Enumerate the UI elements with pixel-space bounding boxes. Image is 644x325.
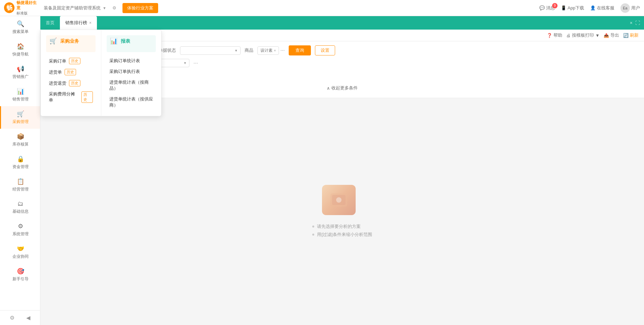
basic-icon: 🗂	[17, 200, 24, 207]
empty-icon	[322, 185, 362, 218]
export-icon: 📤	[604, 33, 609, 38]
avatar: Ea	[620, 3, 630, 13]
sidebar-item-marketing[interactable]: 📢 营销推广	[0, 61, 40, 84]
history-badge-stock-in: 历史	[65, 69, 76, 75]
app-download-btn[interactable]: 📱 App下载	[561, 5, 584, 11]
finance-icon: 🔒	[17, 155, 24, 163]
sidebar-item-system[interactable]: ⚙ 系统管理	[0, 218, 40, 241]
operation-icon: 📋	[17, 178, 24, 185]
sidebar: 🔍 搜索菜单 🏠 快捷导航 📢 营销推广 📊 销售管理 🛒 采购管理 📦 库存核…	[0, 16, 40, 325]
doc-status-select-wrap: ▼	[180, 46, 241, 55]
phone-icon: 📱	[561, 5, 566, 10]
empty-tip-2: 用[过滤]条件来缩小分析范围	[312, 231, 372, 239]
logo-text: 畅捷通好生意 标准版	[16, 0, 40, 15]
svg-rect-3	[336, 205, 341, 207]
sidebar-item-finance[interactable]: 🔒 资金管理	[0, 151, 40, 174]
goods-filter-wrap: 设计素 × ···	[257, 46, 285, 55]
sidebar-item-operation[interactable]: 📋 经营管理	[0, 174, 40, 196]
empty-image	[322, 185, 356, 215]
collapse-arrow-icon: ∧	[327, 86, 330, 91]
sidebar-item-guide[interactable]: 🎯 新手引导	[0, 263, 40, 286]
message-icon: 💬	[539, 5, 545, 10]
purchase-col: 🛒 采购业务 采购订单 历史 进货单 历史 进货退货 历史 采购费用分摊单 历史	[41, 30, 101, 116]
system-icon: ⚙	[18, 222, 23, 230]
menu-item-stock-return[interactable]: 进货退货 历史	[46, 78, 96, 89]
collapse-btn[interactable]: ∧ 收起更多条件	[327, 85, 358, 91]
menu-item-purchase-order-stat[interactable]: 采购订单统计表	[107, 55, 156, 66]
enterprise-icon: 🤝	[17, 245, 24, 252]
purchase-col-title-bg: 🛒 采购业务	[46, 35, 96, 52]
report-col-icon: 📊	[110, 37, 118, 45]
message-btn[interactable]: 💬 消息 9	[539, 5, 555, 11]
tab-sales-rank[interactable]: 销售排行榜 ×	[60, 16, 97, 30]
menu-item-purchase-expense[interactable]: 采购费用分摊单 历史	[46, 89, 96, 106]
purchase-col-title: 🛒 采购业务	[49, 37, 92, 45]
bottom-collapse-btn[interactable]: ◀	[26, 315, 30, 321]
report-col-title: 📊 报表	[110, 37, 153, 45]
tab-close-btn[interactable]: ×	[89, 21, 92, 25]
sidebar-item-purchase[interactable]: 🛒 采购管理	[0, 106, 40, 129]
print-icon: 🖨	[566, 33, 571, 38]
purchase-dropdown-menu: 🛒 采购业务 采购订单 历史 进货单 历史 进货退货 历史 采购费用分摊单 历史…	[40, 30, 162, 116]
goods-label: 商品	[245, 47, 253, 53]
settings-icon[interactable]: ⚙	[110, 3, 119, 13]
refresh-btn[interactable]: 🔄 刷新	[623, 32, 639, 38]
svg-point-2	[336, 197, 342, 203]
chevron-down-icon[interactable]: ▼	[103, 6, 106, 10]
sidebar-item-basic[interactable]: 🗂 基础信息	[0, 196, 40, 218]
goods-tag-close-icon[interactable]: ×	[274, 48, 276, 52]
empty-tip-1: 请先选择要分析的方案	[312, 222, 372, 231]
message-badge: 9	[552, 3, 558, 8]
purchase-icon: 🛒	[17, 110, 24, 118]
sidebar-item-sales[interactable]: 📊 销售管理	[0, 84, 40, 106]
export-btn[interactable]: 📤 导出	[604, 32, 619, 38]
menu-item-purchase-order-exec[interactable]: 采购订单执行表	[107, 66, 156, 77]
inventory-icon: 📦	[17, 133, 24, 140]
report-col: 📊 报表 采购订单统计表 采购订单执行表 进货单统计表（按商品） 进货单统计表（…	[101, 30, 162, 116]
header-right: 💬 消息 9 📱 App下载 👤 在线客服 Ea 用户	[539, 3, 640, 13]
tab-home[interactable]: 首页	[40, 16, 60, 30]
sidebar-item-inventory[interactable]: 📦 库存核算	[0, 129, 40, 151]
help-btn[interactable]: ❓ 帮助	[547, 32, 562, 38]
marketing-icon: 📢	[17, 65, 24, 73]
report-col-title-bg: 📊 报表	[107, 35, 156, 52]
online-service-btn[interactable]: 👤 在线客服	[590, 5, 614, 11]
history-badge-stock-return: 历史	[69, 80, 80, 86]
user-menu[interactable]: Ea 用户	[620, 3, 640, 13]
bottom-settings-btn[interactable]: ⚙	[10, 315, 14, 321]
goods-tag[interactable]: 设计素 ×	[257, 46, 279, 55]
empty-state: 请先选择要分析的方案 用[过滤]条件来缩小分析范围	[40, 98, 644, 325]
menu-item-stock-in-stat-supplier[interactable]: 进货单统计表（按供应商）	[107, 94, 156, 111]
sidebar-item-nav[interactable]: 🏠 快捷导航	[0, 39, 40, 61]
doc-status-input[interactable]	[180, 46, 241, 55]
sidebar-bottom: ⚙ ◀	[0, 310, 40, 325]
empty-svg	[327, 188, 351, 212]
goods-more-btn[interactable]: ···	[280, 47, 285, 53]
sidebar-item-search[interactable]: 🔍 搜索菜单	[0, 16, 40, 39]
print-arrow-icon: ▼	[595, 33, 600, 38]
system-title: 装备及固定资产辅助管理系统 ▼	[44, 5, 106, 11]
history-badge-purchase-order: 历史	[69, 58, 80, 64]
tab-right-controls: × ⛶	[630, 20, 644, 26]
menu-item-purchase-order[interactable]: 采购订单 历史	[46, 55, 96, 67]
setting-btn[interactable]: 设置	[315, 45, 335, 55]
purchase-col-icon: 🛒	[49, 37, 58, 45]
menu-item-stock-in-stat-goods[interactable]: 进货单统计表（按商品）	[107, 77, 156, 94]
empty-tips: 请先选择要分析的方案 用[过滤]条件来缩小分析范围	[312, 222, 372, 239]
logo-area: 畅 畅捷通好生意 标准版	[4, 0, 40, 15]
tab-close-all-btn[interactable]: ×	[630, 20, 633, 26]
sidebar-item-enterprise[interactable]: 🤝 企业协同	[0, 241, 40, 263]
industry-btn[interactable]: 体验行业方案	[122, 3, 158, 13]
tab-bar: 首页 销售排行榜 × × ⛶	[40, 16, 644, 30]
query-btn[interactable]: 查询	[289, 45, 311, 55]
menu-item-stock-in[interactable]: 进货单 历史	[46, 67, 96, 78]
service-icon: 👤	[590, 5, 596, 10]
tab-fullscreen-btn[interactable]: ⛶	[635, 20, 640, 26]
logo-icon: 畅	[4, 2, 14, 13]
help-icon: ❓	[547, 33, 552, 38]
history-badge-purchase-expense: 历史	[81, 91, 93, 103]
salesperson-more-btn[interactable]: ···	[193, 60, 198, 66]
print-template-btn[interactable]: 🖨 按模板打印 ▼	[566, 32, 600, 38]
search-icon: 🔍	[17, 20, 24, 28]
sales-icon: 📊	[17, 88, 24, 95]
